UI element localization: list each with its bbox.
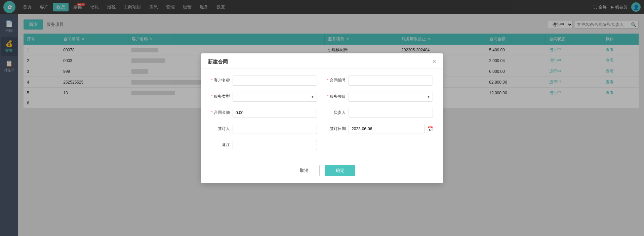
cancel-button[interactable]: 取消	[289, 165, 320, 176]
form-group-sign-date: 签订日期 📅	[327, 124, 433, 134]
service-item-label: 服务项目	[327, 94, 346, 99]
form-group-service-type: 服务类型	[211, 92, 317, 102]
modal-header: 新建合同 ✕	[201, 53, 443, 69]
form-group-responsible: 负责人	[327, 108, 433, 118]
calendar-icon[interactable]: 📅	[427, 126, 433, 132]
modal-title: 新建合同	[208, 59, 228, 65]
form-group-contract-no: 合同编号	[327, 76, 433, 86]
notes-label: 备注	[211, 142, 230, 148]
form-row-1: 客户名称 合同编号	[211, 76, 433, 86]
service-type-select-wrapper	[233, 92, 317, 102]
form-row-5: 备注	[211, 140, 433, 150]
sign-date-label: 签订日期	[327, 126, 346, 132]
form-group-customer: 客户名称	[211, 76, 317, 86]
service-item-select-wrapper	[349, 92, 433, 102]
amount-input[interactable]	[233, 108, 317, 118]
service-type-label: 服务类型	[211, 94, 230, 99]
form-group-service-item: 服务项目	[327, 92, 433, 102]
responsible-label: 负责人	[327, 110, 346, 115]
modal-body: 客户名称 合同编号 服务类型 服务项目	[201, 69, 443, 159]
form-group-notes: 备注	[211, 140, 317, 150]
modal-overlay: 新建合同 ✕ 客户名称 合同编号 服务类型	[0, 0, 644, 236]
modal-close-button[interactable]: ✕	[432, 59, 436, 64]
form-row-4: 签订人 签订日期 📅	[211, 124, 433, 134]
amount-label: 合同金额	[211, 110, 230, 115]
service-type-select[interactable]	[233, 92, 317, 102]
confirm-button[interactable]: 确定	[325, 165, 355, 176]
signer-input[interactable]	[233, 124, 317, 134]
sign-date-input[interactable]	[349, 124, 425, 134]
contract-no-label: 合同编号	[327, 78, 346, 83]
responsible-input[interactable]	[349, 108, 433, 118]
notes-input[interactable]	[233, 140, 317, 150]
customer-label: 客户名称	[211, 78, 230, 83]
customer-name-input[interactable]	[233, 76, 317, 86]
signer-label: 签订人	[211, 126, 230, 132]
form-row-3: 合同金额 负责人	[211, 108, 433, 118]
form-group-signer: 签订人	[211, 124, 317, 134]
form-row-2: 服务类型 服务项目	[211, 92, 433, 102]
new-contract-modal: 新建合同 ✕ 客户名称 合同编号 服务类型	[201, 53, 443, 183]
modal-footer: 取消 确定	[201, 159, 443, 183]
service-item-select[interactable]	[349, 92, 433, 102]
form-group-amount: 合同金额	[211, 108, 317, 118]
contract-no-input[interactable]	[349, 76, 433, 86]
